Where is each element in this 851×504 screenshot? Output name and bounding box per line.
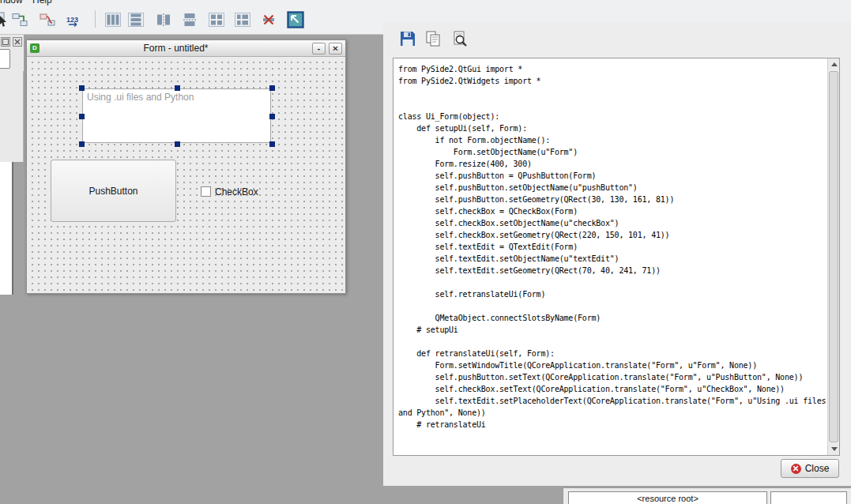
adjust-size-icon[interactable] [285,9,306,30]
close-button[interactable]: ✕ [329,43,342,55]
pushbutton-widget[interactable]: PushButton [51,160,176,222]
widgetbox-filter-input[interactable] [0,49,10,69]
checkbox-widget[interactable]: CheckBox [201,175,281,208]
pushbutton-label: PushButton [88,186,137,197]
resource-browser-fragment: <resource root> [563,487,851,504]
dock-float-icon[interactable] [1,37,10,47]
close-button-label: Close [805,463,830,474]
layout-form-icon[interactable] [232,9,253,30]
edit-tab-order-icon[interactable]: 123 [63,9,84,30]
resource-root-label: <resource root> [637,494,698,503]
dialog-close-button[interactable]: Close [781,459,839,478]
splitter-vertical-icon[interactable] [179,9,200,30]
widgetbox-list[interactable] [0,162,13,295]
scroll-up-icon[interactable] [828,58,840,70]
selection-handle-sw[interactable] [79,141,85,147]
form-window-titlebar[interactable]: D Form - untitled* - ✕ [27,40,345,57]
scroll-down-icon[interactable] [828,443,840,455]
splitter-horizontal-icon[interactable] [153,9,174,30]
svg-text:123: 123 [66,16,78,24]
form-window: D Form - untitled* - ✕ Using .ui files a… [26,39,346,294]
python-code[interactable]: from PySide2.QtGui import * from PySide2… [393,58,839,434]
selection-handle-n[interactable] [175,85,180,91]
menu-window[interactable]: Window [0,0,23,6]
selection-handle-se[interactable] [269,141,275,147]
edit-buddies-icon[interactable] [37,9,58,30]
qt-designer-app: Window Help 123 [0,0,851,504]
code-view[interactable]: from PySide2.QtGui import * from PySide2… [393,58,840,456]
edit-signals-slots-icon[interactable] [9,9,30,30]
selection-handle-e[interactable] [269,114,275,119]
form-window-title: Form - untitled* [43,43,309,54]
selection-handle-s[interactable] [175,141,180,147]
selection-handle-nw[interactable] [79,85,85,91]
copy-icon[interactable] [423,28,443,49]
selection-handle-w[interactable] [79,114,85,119]
form-canvas[interactable]: Using .ui files and Python PushButton Ch… [27,57,345,293]
widgetbox-panel [0,71,24,162]
scrollbar-thumb[interactable] [829,71,838,442]
cursor-icon [0,12,9,28]
break-layout-icon[interactable] [258,9,279,30]
layout-horizontal-icon[interactable] [103,9,123,30]
selection-handle-ne[interactable] [269,85,275,91]
close-circle-icon [791,464,801,474]
save-icon[interactable] [397,28,418,49]
layout-vertical-icon[interactable] [126,9,146,30]
checkbox-label: CheckBox [215,186,258,197]
layout-grid-icon[interactable] [206,9,227,30]
designer-form-icon: D [30,43,40,53]
dock-close-icon[interactable] [13,37,22,47]
vertical-scrollbar[interactable] [827,58,839,455]
resource-column-box[interactable] [770,491,847,504]
checkbox-box-icon[interactable] [201,186,211,197]
view-code-dialog: from PySide2.QtGui import * from PySide2… [383,22,851,486]
menu-help[interactable]: Help [32,0,52,6]
resource-root-item[interactable]: <resource root> [568,491,767,504]
minimize-button[interactable]: - [312,43,326,55]
toolbar-separator [95,10,96,28]
textedit-widget[interactable]: Using .ui files and Python [82,88,271,143]
find-icon[interactable] [450,28,470,49]
